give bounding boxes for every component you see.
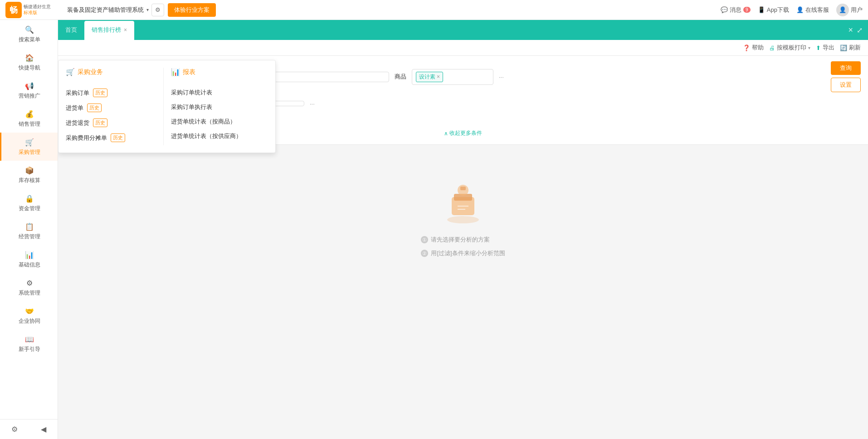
tab-sales-rank[interactable]: 销售排行榜 × <box>84 21 134 41</box>
basicinfo-icon: 📊 <box>25 251 34 259</box>
history-badge-0[interactable]: 历史 <box>93 89 107 97</box>
service-icon: 👤 <box>796 6 804 13</box>
sidebar-label-operations: 经营管理 <box>19 233 40 241</box>
sidebar-item-guide[interactable]: 📖 新手引导 <box>0 330 58 358</box>
sidebar-label-sales: 销售管理 <box>19 120 40 128</box>
empty-step-1: ① 请先选择要分析的方案 <box>421 234 505 246</box>
main-area: 🔍 搜索菜单 🏠 快捷导航 📢 营销推广 💰 销售管理 🛒 采购管理 📦 <box>0 20 868 439</box>
business-column: 🛒 采购业务 采购订单 历史 进货单 历史 <box>66 68 163 145</box>
sidebar-label-basicinfo: 基础信息 <box>19 261 40 269</box>
report-col-icon: 📊 <box>171 68 180 76</box>
svg-point-0 <box>447 216 479 223</box>
home-icon: 🏠 <box>25 54 34 62</box>
menu-item-order-stats[interactable]: 采购订单统计表 <box>171 85 268 100</box>
sidebar-label-search: 搜索菜单 <box>19 36 40 44</box>
export-icon: ⬆ <box>816 44 821 51</box>
tab-close-all-area: × ⤢ <box>843 25 868 35</box>
phone-icon: 📱 <box>758 6 765 13</box>
sidebar-item-operations[interactable]: 📋 经营管理 <box>0 217 58 245</box>
sidebar-collapse-btn[interactable]: ◀ <box>41 425 46 434</box>
top-right: 💬 消息 9 📱 App下载 👤 在线客服 👤 用户 <box>721 4 863 16</box>
business-col-header: 🛒 采购业务 <box>66 68 163 80</box>
menu-item-return[interactable]: 进货退货 历史 <box>66 115 163 130</box>
online-service-btn[interactable]: 👤 在线客服 <box>796 6 829 14</box>
menu-item-inbound[interactable]: 进货单 历史 <box>66 100 163 115</box>
sidebar-item-inventory[interactable]: 📦 库存核算 <box>0 161 58 189</box>
app-download-btn[interactable]: 📱 App下载 <box>758 6 789 14</box>
sidebar-item-system[interactable]: ⚙ 系统管理 <box>0 273 58 301</box>
sidebar-label-quicknav: 快捷导航 <box>19 64 40 72</box>
sidebar-settings-btn[interactable]: ⚙ <box>11 425 18 434</box>
menu-item-expense[interactable]: 采购费用分摊单 历史 <box>66 130 163 145</box>
refresh-btn[interactable]: 🔄 刷新 <box>840 44 861 52</box>
goods-more-btn[interactable]: ··· <box>499 74 504 80</box>
goods-tag: 设计素 × <box>416 72 443 82</box>
guide-icon: 📖 <box>25 335 34 344</box>
sidebar-item-finance[interactable]: 🔒 资金管理 <box>0 189 58 217</box>
chevron-down-icon[interactable]: ▾ <box>146 7 149 12</box>
report-column: 📊 报表 采购订单统计表 采购订单执行表 进货单统 <box>163 68 268 145</box>
collapse-button[interactable]: ∧ 收起更多条件 <box>444 129 482 137</box>
salesperson-more-btn[interactable]: ··· <box>310 100 315 107</box>
history-badge-3[interactable]: 历史 <box>111 133 125 142</box>
business-col-icon: 🛒 <box>66 68 75 76</box>
menu-item-order-exec[interactable]: 采购订单执行表 <box>171 100 268 114</box>
help-btn[interactable]: ❓ 帮助 <box>743 44 764 52</box>
top-bar: 畅 畅捷通好生意 标准版 装备及固定资产辅助管理系统 ▾ ⚙ 体验行业方案 💬 … <box>0 0 868 20</box>
sidebar-item-cooperation[interactable]: 🤝 企业协同 <box>0 301 58 330</box>
user-btn[interactable]: 👤 用户 <box>836 4 863 16</box>
logo-icon: 畅 <box>5 2 22 18</box>
avatar: 👤 <box>836 4 849 16</box>
empty-step-2: ② 用[过滤]条件来缩小分析范围 <box>421 247 505 259</box>
marketing-icon: 📢 <box>25 82 34 90</box>
sales-icon: 💰 <box>25 110 34 118</box>
menu-columns: 🛒 采购业务 采购订单 历史 进货单 历史 <box>66 68 268 145</box>
print-btn[interactable]: 🖨 按模板打印 ▾ <box>769 44 810 52</box>
message-icon: 💬 <box>721 6 728 13</box>
sidebar-label-purchase: 采购管理 <box>19 148 40 156</box>
sidebar-label-cooperation: 企业协同 <box>19 317 40 325</box>
sidebar-label-finance: 资金管理 <box>19 205 40 212</box>
query-button[interactable]: 查询 <box>831 61 861 75</box>
tab-bar: 首页 销售排行榜 × × ⤢ <box>58 20 868 40</box>
empty-svg <box>440 181 486 227</box>
menu-item-inbound-stats-goods[interactable]: 进货单统计表（按商品） <box>171 114 268 129</box>
help-icon: ❓ <box>743 44 750 51</box>
sidebar-item-search[interactable]: 🔍 搜索菜单 <box>0 20 58 48</box>
history-badge-1[interactable]: 历史 <box>87 104 102 112</box>
system-icon: ⚙ <box>26 279 33 287</box>
menu-item-purchase-order[interactable]: 采购订单 历史 <box>66 85 163 100</box>
logo-text: 畅捷通好生意 <box>24 4 51 10</box>
toolbar: ❓ 帮助 🖨 按模板打印 ▾ ⬆ 导出 🔄 刷新 <box>58 40 868 56</box>
content-area: 首页 销售排行榜 × × ⤢ ❓ 帮助 <box>58 20 868 439</box>
message-badge: 9 <box>743 7 751 13</box>
logo-edition: 标准版 <box>24 10 51 16</box>
sidebar-label-inventory: 库存核算 <box>19 177 40 184</box>
industry-button[interactable]: 体验行业方案 <box>168 3 216 17</box>
history-badge-2[interactable]: 历史 <box>93 118 107 127</box>
content-body: ❓ 帮助 🖨 按模板打印 ▾ ⬆ 导出 🔄 刷新 <box>58 40 868 439</box>
svg-rect-4 <box>460 187 466 190</box>
system-title-text: 装备及固定资产辅助管理系统 <box>67 6 144 14</box>
tab-home[interactable]: 首页 <box>58 20 84 40</box>
sidebar-item-basicinfo[interactable]: 📊 基础信息 <box>0 245 58 273</box>
finance-icon: 🔒 <box>25 194 34 203</box>
logo-area: 畅 畅捷通好生意 标准版 <box>5 2 63 18</box>
filter-settings-button[interactable]: 设置 <box>831 78 861 92</box>
sidebar-item-quicknav[interactable]: 🏠 快捷导航 <box>0 48 58 76</box>
menu-item-inbound-stats-supplier[interactable]: 进货单统计表（按供应商） <box>171 129 268 143</box>
tab-close-icon[interactable]: × <box>124 27 127 33</box>
right-buttons: 查询 设置 <box>831 61 861 92</box>
sidebar-item-sales[interactable]: 💰 销售管理 <box>0 104 58 133</box>
sidebar-item-marketing[interactable]: 📢 营销推广 <box>0 76 58 104</box>
print-dropdown-icon[interactable]: ▾ <box>808 45 810 50</box>
goods-input[interactable]: 设计素 × <box>412 69 493 85</box>
message-btn[interactable]: 💬 消息 9 <box>721 6 751 14</box>
expand-btn[interactable]: ⤢ <box>857 26 863 35</box>
export-btn[interactable]: ⬆ 导出 <box>816 44 834 52</box>
settings-icon-btn[interactable]: ⚙ <box>151 4 164 16</box>
sidebar-item-purchase[interactable]: 🛒 采购管理 <box>0 133 58 161</box>
close-all-btn[interactable]: × <box>848 25 853 35</box>
tag-remove-btn[interactable]: × <box>437 74 440 80</box>
sidebar-label-guide: 新手引导 <box>19 345 40 353</box>
